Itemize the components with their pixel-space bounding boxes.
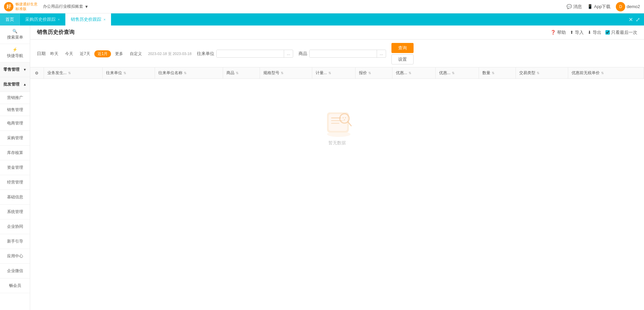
nav-icon: ⚡ <box>12 47 17 52</box>
th-quote: 报价 ⇅ <box>355 67 392 79</box>
sort-icon: ⇅ <box>537 71 539 75</box>
logo-area: 好 畅捷通好生意 标准版 <box>4 2 38 11</box>
sidebar-item-quick-nav[interactable]: ⚡ 快捷导航 <box>0 44 30 62</box>
date-option-more[interactable]: 更多 <box>112 50 126 57</box>
message-icon: 💬 <box>567 4 572 9</box>
svg-point-10 <box>345 117 346 118</box>
chevron-down-icon: ▼ <box>85 4 89 9</box>
tab-purchase-history[interactable]: 采购历史价跟踪 × <box>20 13 65 25</box>
sidebar-item-retail-mgmt[interactable]: 零售管理 ▼ <box>0 62 30 77</box>
sort-icon: ⇅ <box>452 71 454 75</box>
sidebar-item-wholesale-mgmt[interactable]: 批发管理 ▲ <box>0 77 30 92</box>
sort-icon: ⇅ <box>236 71 238 75</box>
search-icon: 🔍 <box>12 29 17 34</box>
tab-sales-history-close[interactable]: × <box>103 17 105 21</box>
date-option-last7days[interactable]: 近7天 <box>77 50 93 57</box>
date-label: 日期 <box>37 51 46 57</box>
sort-icon: ⇅ <box>68 71 71 75</box>
user-menu[interactable]: D demo2 <box>616 2 640 11</box>
sidebar-item-enterprise-wechat[interactable]: 企业微信 <box>0 264 30 278</box>
sidebar-item-operations-mgmt[interactable]: 经营管理 <box>0 175 30 190</box>
product-input[interactable] <box>310 50 377 57</box>
date-option-yesterday[interactable]: 昨天 <box>48 50 61 57</box>
company-select[interactable]: 办公用品行业模拟账套 ▼ <box>40 2 91 11</box>
svg-rect-5 <box>331 123 339 124</box>
export-button[interactable]: ⬇ 导出 <box>588 30 601 36</box>
svg-point-9 <box>342 117 344 118</box>
sidebar-item-search-menu[interactable]: 🔍 搜索菜单 <box>0 25 30 44</box>
sidebar-item-system-settings[interactable]: 系统管理 <box>0 205 30 219</box>
date-filter-group: 日期 昨天 今天 近7天 近1月 更多 自定义 2023-02-18 至 202… <box>37 50 192 57</box>
message-button[interactable]: 💬 消息 <box>567 4 582 10</box>
th-product: 商品 ⇅ <box>223 67 260 79</box>
product-label: 商品 <box>299 51 307 57</box>
empty-state: 暂无数据 <box>30 79 644 173</box>
help-button[interactable]: ❓ 帮助 <box>550 30 566 36</box>
sidebar-item-enterprise-collab[interactable]: 企业协同 <box>0 219 30 234</box>
page-actions: ❓ 帮助 ⬆ 导入 ⬇ 导出 只看最后一次 <box>550 30 637 36</box>
sidebar-item-sales-mgmt[interactable]: 销售管理 <box>0 104 30 116</box>
sort-icon: ⇅ <box>184 71 186 75</box>
sidebar-item-finance-mgmt[interactable]: 资金管理 <box>0 160 30 175</box>
th-partner-name: 往来单位名称 ⇅ <box>155 67 223 79</box>
export-icon: ⬇ <box>588 30 591 35</box>
date-option-last1month[interactable]: 近1月 <box>94 50 111 57</box>
th-discount2: 优惠... ⇅ <box>436 67 479 79</box>
filter-bar: 日期 昨天 今天 近7天 近1月 更多 自定义 2023-02-18 至 202… <box>30 40 644 67</box>
help-icon: ❓ <box>550 30 556 35</box>
partner-ellipsis-button[interactable]: ... <box>284 50 293 57</box>
sort-icon: ⇅ <box>281 71 283 75</box>
sidebar-item-new-user-guide[interactable]: 新手引导 <box>0 234 30 249</box>
date-option-custom[interactable]: 自定义 <box>127 50 145 57</box>
product-ellipsis-button[interactable]: ... <box>377 50 386 57</box>
only-last-checkbox-label[interactable]: 只看最后一次 <box>605 30 637 36</box>
top-bar: 好 畅捷通好生意 标准版 办公用品行业模拟账套 ▼ 💬 消息 📱 App下载 D… <box>0 0 644 13</box>
settings-icon: ⚙ <box>35 71 39 75</box>
empty-text: 暂无数据 <box>328 140 346 146</box>
settings-button[interactable]: 设置 <box>391 54 414 64</box>
date-options: 昨天 今天 近7天 近1月 更多 自定义 <box>48 50 145 57</box>
top-bar-left: 好 畅捷通好生意 标准版 办公用品行业模拟账套 ▼ <box>4 2 91 11</box>
partner-input[interactable] <box>217 50 284 57</box>
th-biz-date: 业务发生... ⇅ <box>44 67 102 79</box>
sort-icon: ⇅ <box>123 71 126 75</box>
table-container: ⚙ 业务发生... ⇅ 往来单位 ⇅ <box>30 67 644 310</box>
tab-bar-actions: ✕ ⤢ <box>625 13 644 25</box>
sort-icon: ⇅ <box>409 71 411 75</box>
download-icon: 📱 <box>587 4 593 9</box>
date-option-today[interactable]: 今天 <box>62 50 76 57</box>
app-download-button[interactable]: 📱 App下载 <box>587 4 610 10</box>
date-range-text: 2023-02-18 至 2023-03-18 <box>148 51 192 56</box>
query-button[interactable]: 查询 <box>391 43 414 53</box>
sort-icon: ⇅ <box>368 71 371 75</box>
tab-home[interactable]: 首页 <box>0 13 20 25</box>
chevron-up-icon: ▲ <box>23 83 26 86</box>
logo-text: 畅捷通好生意 标准版 <box>15 2 38 11</box>
tab-purchase-history-close[interactable]: × <box>58 17 60 21</box>
sort-icon: ⇅ <box>328 71 331 75</box>
table-header: ⚙ 业务发生... ⇅ 往来单位 ⇅ <box>30 67 644 79</box>
sort-icon: ⇅ <box>492 71 494 75</box>
only-last-checkbox[interactable] <box>605 30 610 35</box>
avatar: D <box>616 2 625 11</box>
sidebar-item-member[interactable]: 畅会员 <box>0 278 30 293</box>
sidebar-item-basic-info[interactable]: 基础信息 <box>0 190 30 205</box>
import-icon: ⬆ <box>570 30 574 35</box>
tab-sales-history[interactable]: 销售历史价跟踪 × <box>65 13 111 25</box>
svg-point-11 <box>344 119 345 120</box>
import-button[interactable]: ⬆ 导入 <box>570 30 584 36</box>
sidebar-item-marketing-promo[interactable]: 营销推广 <box>0 92 30 104</box>
close-all-tabs-icon[interactable]: ✕ <box>629 16 633 23</box>
sidebar-item-app-center[interactable]: 应用中心 <box>0 249 30 264</box>
sidebar-item-ecommerce-mgmt[interactable]: 电商管理 <box>0 116 30 131</box>
th-settings[interactable]: ⚙ <box>30 67 44 79</box>
sidebar-item-purchase-mgmt[interactable]: 采购管理 <box>0 131 30 146</box>
th-pre-tax-price: 优惠前无税单价 ⇅ <box>568 67 644 79</box>
fullscreen-icon[interactable]: ⤢ <box>636 16 640 23</box>
th-unit: 计量... ⇅ <box>312 67 355 79</box>
filter-actions: 查询 设置 <box>391 43 414 64</box>
sidebar-item-inventory-check[interactable]: 库存核算 <box>0 146 30 160</box>
th-partner-code: 往来单位 ⇅ <box>102 67 155 79</box>
partner-label: 往来单位 <box>197 51 214 57</box>
th-discount1: 优惠... ⇅ <box>392 67 435 79</box>
